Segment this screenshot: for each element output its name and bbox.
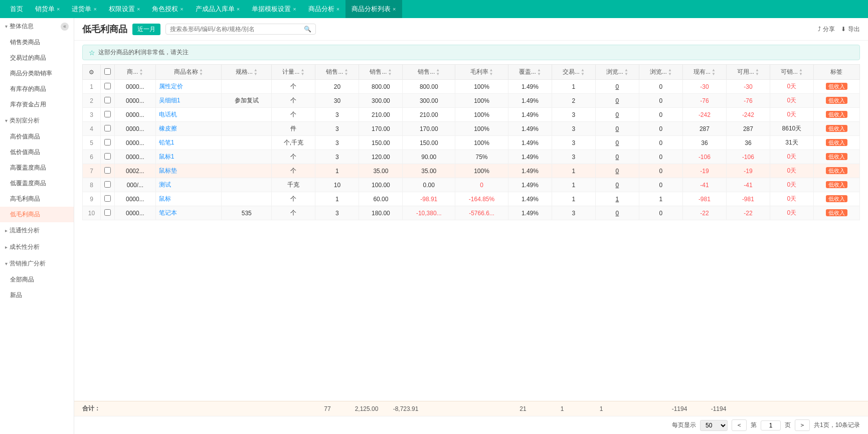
sidebar-group-category[interactable]: ▾ 类别室分析 — [0, 112, 74, 129]
row-name[interactable]: 鼠标 — [155, 192, 221, 206]
nav-close-purchase[interactable]: × — [93, 6, 96, 12]
page-number-input[interactable] — [761, 420, 781, 430]
row-unit: 个 — [272, 108, 315, 122]
row-checkbox[interactable] — [101, 164, 115, 178]
row-view1[interactable]: 0 — [595, 178, 639, 192]
sidebar-item-stocked-goods[interactable]: 有库存的商品 — [0, 81, 74, 97]
row-checkbox[interactable] — [101, 80, 115, 94]
select-all-checkbox[interactable] — [104, 68, 111, 75]
row-view1[interactable]: 0 — [595, 108, 639, 122]
row-select-checkbox[interactable] — [104, 83, 111, 89]
row-view1[interactable]: 0 — [595, 80, 639, 94]
filter-button[interactable]: 近一月 — [132, 24, 160, 35]
row-select-checkbox[interactable] — [104, 125, 111, 131]
row-name[interactable]: 测试 — [155, 178, 221, 192]
row-name[interactable]: 电话机 — [155, 108, 221, 122]
row-name[interactable]: 吴细细1 — [155, 94, 221, 108]
sidebar-item-all-goods[interactable]: 全部商品 — [0, 272, 74, 287]
footer-saleable: -1194 — [701, 405, 736, 412]
table-container[interactable]: ⚙ 商...▲▼ 商品名称▲▼ 规格...▲▼ 计量...▲▼ 销售...▲▼ … — [74, 64, 868, 401]
sidebar-item-category-rate[interactable]: 商品分类助销率 — [0, 66, 74, 81]
sidebar-item-capital-usage[interactable]: 库存资金占用 — [0, 97, 74, 112]
row-view1[interactable]: 0 — [595, 136, 639, 150]
sidebar-group-growth[interactable]: ▸ 成长性分析 — [0, 239, 74, 255]
nav-home[interactable]: 首页 — [4, 0, 29, 18]
sidebar-group-liquidity[interactable]: ▸ 流通性分析 — [0, 222, 74, 239]
row-select-checkbox[interactable] — [104, 209, 111, 216]
row-name[interactable]: 属性定价 — [155, 80, 221, 94]
sidebar-item-low-coverage[interactable]: 低覆盖度商品 — [0, 176, 74, 191]
nav-close-goods-list[interactable]: × — [393, 6, 396, 12]
row-select-checkbox[interactable] — [104, 181, 111, 188]
sidebar-item-low-margin[interactable]: 低毛利商品 — [0, 207, 74, 222]
row-checkbox[interactable] — [101, 192, 115, 206]
nav-close-template[interactable]: × — [293, 6, 296, 12]
row-select-checkbox[interactable] — [104, 195, 111, 202]
row-checkbox[interactable] — [101, 94, 115, 108]
nav-close-permissions[interactable]: × — [137, 6, 140, 12]
row-view2: 0 — [639, 108, 682, 122]
nav-close-goods-analysis[interactable]: × — [336, 6, 339, 12]
content-area: 低毛利商品 近一月 🔍 ⤴ 分享 ⬇ 导出 — [74, 18, 868, 434]
th-settings[interactable]: ⚙ — [83, 65, 101, 80]
row-select-checkbox[interactable] — [104, 111, 111, 117]
share-button[interactable]: ⤴ 分享 — [818, 25, 835, 34]
nav-close-product-entry[interactable]: × — [237, 6, 240, 12]
row-view1[interactable]: 0 — [595, 206, 639, 220]
sidebar-item-high-coverage[interactable]: 高覆盖度商品 — [0, 160, 74, 176]
sidebar-item-high-margin[interactable]: 高毛利商品 — [0, 191, 74, 207]
nav-permissions[interactable]: 权限设置 × — [103, 0, 146, 18]
sidebar-item-sales-goods[interactable]: 销售类商品 — [0, 35, 74, 50]
row-name[interactable]: 鼠标垫 — [155, 164, 221, 178]
sidebar-item-low-value[interactable]: 低价值商品 — [0, 144, 74, 160]
nav-role-auth[interactable]: 角色授权 × — [146, 0, 189, 18]
sidebar-item-high-value[interactable]: 高价值商品 — [0, 129, 74, 144]
row-checkbox[interactable] — [101, 108, 115, 122]
row-checkbox[interactable] — [101, 150, 115, 164]
row-select-checkbox[interactable] — [104, 153, 111, 160]
sidebar-item-new-goods[interactable]: 新品 — [0, 287, 74, 303]
row-name[interactable]: 笔记本 — [155, 206, 221, 220]
search-icon[interactable]: 🔍 — [304, 26, 311, 33]
row-name[interactable]: 铅笔1 — [155, 136, 221, 150]
row-select-checkbox[interactable] — [104, 97, 111, 103]
th-checkbox[interactable] — [101, 65, 115, 80]
row-saleable: 8610天 — [770, 122, 813, 136]
row-checkbox[interactable] — [101, 206, 115, 220]
search-input[interactable] — [170, 26, 301, 33]
export-button[interactable]: ⬇ 导出 — [841, 25, 860, 34]
collapse-overall[interactable]: « — [61, 23, 69, 31]
row-sales-amount: 300.00 — [403, 94, 455, 108]
row-select-checkbox[interactable] — [104, 139, 111, 146]
next-page-btn[interactable]: ＞ — [795, 419, 810, 431]
nav-sales-order[interactable]: 销货单 × — [29, 0, 66, 18]
nav-goods-analysis-list[interactable]: 商品分析列表 × — [345, 0, 402, 18]
sidebar-group-marketing[interactable]: ▾ 营销推广分析 — [0, 255, 74, 272]
row-name[interactable]: 橡皮擦 — [155, 122, 221, 136]
row-trade: 2 — [552, 94, 595, 108]
row-view1[interactable]: 0 — [595, 122, 639, 136]
row-tag: 低收入 — [813, 94, 859, 108]
prev-page-btn[interactable]: ＜ — [732, 419, 747, 431]
nav-template-settings[interactable]: 单据模板设置 × — [246, 0, 302, 18]
sidebar-group-overall[interactable]: ▾ 整体信息 « — [0, 18, 74, 35]
row-select-checkbox[interactable] — [104, 167, 111, 174]
row-view1[interactable]: 0 — [595, 164, 639, 178]
row-name[interactable]: 鼠标1 — [155, 150, 221, 164]
nav-product-entry[interactable]: 产成品入库单 × — [190, 0, 246, 18]
row-view1[interactable]: 0 — [595, 150, 639, 164]
row-view1[interactable]: 0 — [595, 94, 639, 108]
row-checkbox[interactable] — [101, 122, 115, 136]
sidebar-item-traded-goods[interactable]: 交易过的商品 — [0, 50, 74, 66]
per-page-select[interactable]: 50 100 200 — [700, 420, 728, 431]
nav-close-sales[interactable]: × — [57, 6, 60, 12]
row-checkbox[interactable] — [101, 178, 115, 192]
row-view1[interactable]: 1 — [595, 192, 639, 206]
nav-purchase-order[interactable]: 进货单 × — [66, 0, 102, 18]
row-no: 6 — [83, 150, 101, 164]
footer-sales-qty: 77 — [310, 405, 345, 412]
row-checkbox[interactable] — [101, 136, 115, 150]
nav-close-role[interactable]: × — [180, 6, 183, 12]
row-sales-qty: 20 — [315, 80, 359, 94]
nav-goods-analysis[interactable]: 商品分析 × — [302, 0, 345, 18]
